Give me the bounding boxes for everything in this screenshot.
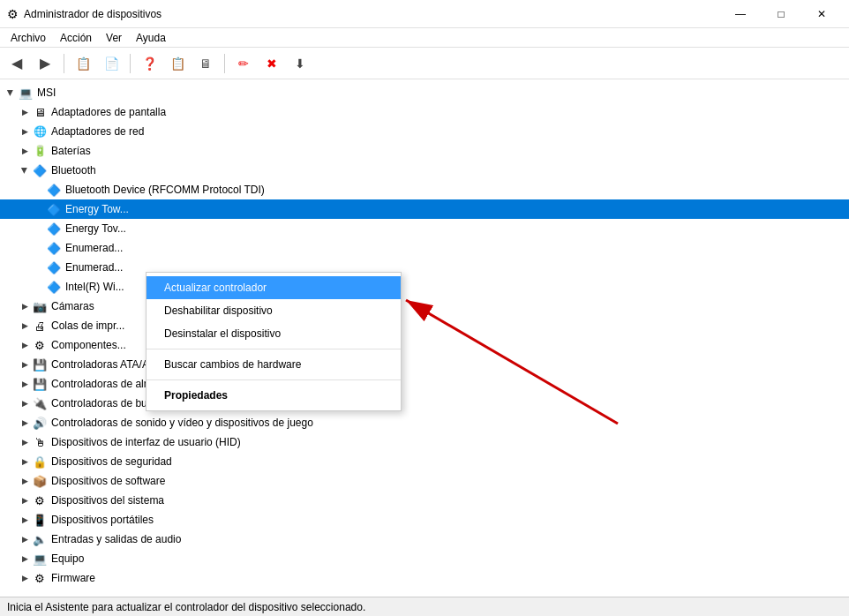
expand-icon[interactable]: ▶ [18, 416, 32, 430]
tree-item[interactable]: ▶ 🖥 Adaptadores de pantalla [0, 102, 849, 122]
item-icon: 📷 [32, 298, 48, 314]
item-icon: 💻 [32, 551, 48, 567]
expand-icon[interactable]: ▶ [18, 396, 32, 410]
bluetooth-icon: 🔷 [32, 162, 48, 178]
expand-icon[interactable]: ▶ [18, 435, 32, 449]
expand-icon[interactable]: ▶ [18, 357, 32, 372]
expand-icon[interactable]: ▶ [18, 493, 32, 507]
title-bar: ⚙ Administrador de dispositivos — □ ✕ [0, 0, 849, 28]
tree-item[interactable]: ▶ 🔷 Energy Tov... [0, 219, 849, 238]
toolbar-btn-3[interactable]: 📋 [70, 51, 96, 76]
expand-icon[interactable]: ▶ [18, 571, 32, 585]
ctx-update-driver[interactable]: Actualizar controlador [147, 276, 401, 299]
menu-archivo[interactable]: Archivo [4, 30, 53, 46]
toolbar: ◀ ▶ 📋 📄 ❓ 📋 🖥 ✏ ✖ ⬇ [0, 48, 849, 79]
item-label: Equipo [51, 552, 84, 565]
device-tree[interactable]: ▶ 💻 MSI ▶ 🖥 Adaptadores de pantalla ▶ 🌐 … [0, 79, 849, 597]
item-label: Dispositivos de interfaz de usuario (HID… [51, 436, 241, 448]
tree-item[interactable]: ▶ 🔒 Dispositivos de seguridad [0, 452, 849, 471]
item-icon: 🖨 [32, 318, 48, 334]
item-label: Adaptadores de pantalla [51, 106, 166, 118]
item-label: Dispositivos portátiles [51, 514, 154, 526]
ctx-properties[interactable]: Propiedades [147, 384, 401, 407]
tree-item[interactable]: ▶ 🔌 Controladoras de bus serie universal [0, 394, 849, 413]
item-icon: ⚙ [32, 337, 48, 353]
minimize-button[interactable]: — [720, 0, 761, 28]
tree-root[interactable]: ▶ 💻 MSI [0, 83, 849, 102]
ctx-uninstall-device[interactable]: Desinstalar el dispositivo [147, 322, 401, 345]
expand-icon[interactable]: ▶ [18, 338, 32, 352]
item-icon: 🖥 [32, 104, 48, 120]
item-icon: ⚙ [32, 570, 48, 586]
title-bar-controls: — □ ✕ [720, 0, 842, 28]
expand-icon[interactable]: ▶ [18, 454, 32, 469]
tree-item[interactable]: ▶ 🔊 Controladoras de sonido y vídeo y di… [0, 413, 849, 432]
tree-item[interactable]: ▶ ⚙ Dispositivos del sistema [0, 491, 849, 510]
menu-accion[interactable]: Acción [53, 30, 99, 46]
status-bar: Inicia el Asistente para actualizar el c… [0, 597, 849, 616]
tree-item[interactable]: ▶ 🖨 Colas de impr... [0, 316, 849, 335]
main-area: ▶ 💻 MSI ▶ 🖥 Adaptadores de pantalla ▶ 🌐 … [0, 79, 849, 597]
item-label: Cámaras [51, 300, 94, 312]
tree-item[interactable]: ▶ 📱 Dispositivos portátiles [0, 510, 849, 530]
menu-bar: Archivo Acción Ver Ayuda [0, 28, 849, 48]
forward-button[interactable]: ▶ [32, 51, 58, 76]
expand-icon[interactable]: ▶ [18, 532, 32, 546]
tree-item[interactable]: ▶ 💾 Controladoras de almacenamiento [0, 374, 849, 394]
toolbar-btn-4[interactable]: 📄 [98, 51, 124, 76]
toolbar-btn-8[interactable]: ✏ [230, 51, 257, 76]
item-label: Baterías [51, 145, 91, 157]
toolbar-btn-9[interactable]: ✖ [259, 51, 285, 76]
expand-icon[interactable]: ▶ [18, 474, 32, 488]
ctx-sep-2 [147, 379, 401, 380]
tree-item[interactable]: ▶ 🔷 Bluetooth Device (RFCOMM Protocol TD… [0, 180, 849, 199]
item-label: Componentes... [51, 339, 126, 351]
maximize-button[interactable]: □ [761, 0, 801, 28]
expand-icon[interactable]: ▶ [18, 319, 32, 333]
tree-item[interactable]: ▶ 📦 Dispositivos de software [0, 471, 849, 491]
toolbar-btn-6[interactable]: 📋 [164, 51, 191, 76]
msi-label: MSI [37, 86, 56, 99]
tree-item[interactable]: ▶ 🔋 Baterías [0, 141, 849, 161]
toolbar-btn-5[interactable]: ❓ [136, 51, 162, 76]
tree-item[interactable]: ▶ 🔷 Enumerad... [0, 238, 849, 258]
item-icon: 💾 [32, 357, 48, 372]
close-button[interactable]: ✕ [801, 0, 842, 28]
tree-item[interactable]: ▶ ⚙ Firmware [0, 568, 849, 588]
tree-item[interactable]: ▶ 💾 Controladoras ATA/ATAPI IDE [0, 355, 849, 374]
item-icon: 🔒 [32, 454, 48, 470]
expand-icon[interactable]: ▶ [18, 105, 32, 119]
item-label: Intel(R) Wi... [65, 281, 124, 293]
expand-icon[interactable]: ▶ [18, 144, 32, 158]
item-icon: 🔷 [46, 259, 62, 275]
tree-bluetooth[interactable]: ▶ 🔷 Bluetooth [0, 161, 849, 180]
tree-item[interactable]: ▶ 💻 Equipo [0, 549, 849, 568]
item-label: Colas de impr... [51, 319, 124, 332]
tree-item[interactable]: ▶ ⚙ Componentes... [0, 335, 849, 355]
item-icon: 📱 [32, 512, 48, 528]
toolbar-btn-7[interactable]: 🖥 [192, 51, 219, 76]
back-button[interactable]: ◀ [4, 51, 30, 76]
menu-ver[interactable]: Ver [99, 30, 129, 46]
tree-item[interactable]: ▶ 🔷 Intel(R) Wi... [0, 277, 849, 297]
expand-icon[interactable]: ▶ [18, 299, 32, 313]
menu-ayuda[interactable]: Ayuda [129, 30, 173, 46]
tree-item[interactable]: ▶ 🖱 Dispositivos de interfaz de usuario … [0, 432, 849, 452]
tree-item-energy-tow[interactable]: ▶ 🔷 Energy Tow... [0, 199, 849, 219]
tree-item[interactable]: ▶ 🔷 Enumerad... [0, 258, 849, 277]
bluetooth-label: Bluetooth [51, 164, 96, 177]
expand-icon[interactable]: ▶ [18, 124, 32, 139]
ctx-disable-device[interactable]: Deshabilitar dispositivo [147, 299, 401, 322]
expand-icon[interactable]: ▶ [18, 377, 32, 391]
expand-msi[interactable]: ▶ [4, 86, 18, 100]
ctx-search-changes[interactable]: Buscar cambios de hardware [147, 353, 401, 376]
expand-icon[interactable]: ▶ [18, 552, 32, 566]
tree-item[interactable]: ▶ 🌐 Adaptadores de red [0, 122, 849, 141]
title-bar-left: ⚙ Administrador de dispositivos [7, 7, 162, 21]
expand-icon[interactable]: ▶ [18, 513, 32, 527]
tree-item[interactable]: ▶ 📷 Cámaras [0, 297, 849, 316]
tree-item[interactable]: ▶ 🔈 Entradas y salidas de audio [0, 530, 849, 549]
expand-bluetooth[interactable]: ▶ [18, 163, 32, 177]
toolbar-btn-10[interactable]: ⬇ [287, 51, 313, 76]
item-icon: 🔷 [46, 221, 62, 237]
